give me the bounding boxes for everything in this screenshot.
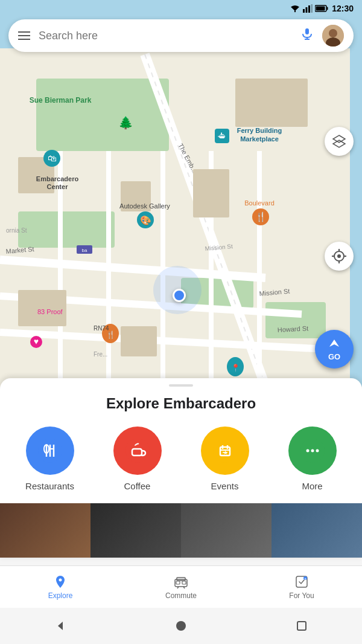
more-icon [300, 439, 325, 463]
category-grid: Restaurants Coffee [0, 427, 362, 491]
svg-marker-64 [333, 140, 345, 147]
svg-marker-71 [329, 340, 339, 347]
svg-marker-107 [58, 622, 63, 630]
thumbnail-1[interactable] [0, 503, 91, 558]
map-area[interactable]: Market St Mission St Howard St The Emb..… [0, 0, 362, 387]
go-label: GO [328, 352, 340, 361]
svg-point-96 [311, 449, 314, 452]
category-coffee[interactable]: Coffee [104, 427, 171, 491]
svg-rect-109 [297, 622, 306, 630]
svg-text:83 Proof: 83 Proof [37, 308, 63, 315]
svg-text:♥: ♥ [34, 336, 39, 346]
svg-rect-34 [235, 79, 308, 127]
thumbnails-row [0, 503, 362, 558]
svg-rect-100 [176, 581, 180, 584]
svg-point-0 [294, 11, 296, 12]
svg-text:Autodesk Gallery: Autodesk Gallery [119, 202, 170, 210]
events-circle: ★ [201, 427, 249, 475]
explore-nav-icon [53, 575, 68, 589]
svg-point-95 [306, 449, 309, 452]
home-icon [175, 620, 187, 632]
thumbnail-2[interactable] [91, 503, 181, 558]
status-icons [290, 4, 328, 13]
svg-point-84 [125, 439, 150, 463]
voice-search-button[interactable] [300, 27, 314, 44]
svg-rect-6 [327, 7, 328, 10]
microphone-icon [300, 27, 314, 40]
go-button[interactable]: GO [315, 330, 354, 369]
wifi-icon [290, 4, 300, 13]
events-icon: ★ [213, 439, 237, 463]
signal-icon [303, 4, 313, 13]
user-location-dot [173, 289, 186, 302]
svg-text:ba: ba [82, 248, 87, 253]
category-events[interactable]: ★ Events [192, 427, 258, 491]
svg-rect-4 [311, 4, 313, 13]
events-label: Events [211, 481, 239, 491]
category-restaurants[interactable]: Restaurants [17, 427, 83, 491]
sheet-handle [169, 384, 193, 387]
svg-text:🌲: 🌲 [118, 115, 133, 130]
bottom-sheet: Explore Embarcadero Restaurants [0, 378, 362, 558]
commute-nav-label: Commute [165, 591, 197, 600]
svg-point-76 [329, 29, 337, 37]
coffee-icon [125, 439, 150, 463]
my-location-button[interactable] [325, 242, 354, 271]
category-more[interactable]: More [279, 427, 346, 491]
svg-rect-13 [265, 302, 326, 338]
svg-rect-1 [303, 9, 305, 13]
layers-icon [331, 134, 347, 149]
svg-text:🎨: 🎨 [140, 215, 151, 226]
restaurants-icon [38, 439, 62, 463]
nav-commute[interactable]: Commute [121, 575, 241, 600]
home-button[interactable] [173, 617, 189, 634]
map-layers-button[interactable] [325, 127, 354, 156]
svg-rect-11 [18, 211, 115, 248]
navigation-arrow-icon [327, 338, 341, 352]
for-you-nav-label: For You [289, 591, 314, 600]
back-button[interactable] [52, 617, 69, 634]
search-bar[interactable] [8, 19, 354, 52]
svg-text:✦: ✦ [304, 577, 306, 581]
system-nav-bar [0, 608, 362, 644]
coffee-circle [113, 427, 162, 475]
nav-for-you[interactable]: ✦ For You [241, 575, 362, 600]
location-target-icon [331, 248, 347, 264]
svg-text:Fre...: Fre... [94, 351, 107, 358]
thumbnail-3[interactable] [181, 503, 272, 558]
recents-icon [296, 620, 308, 632]
explore-title: Explore Embarcadero [0, 395, 362, 412]
svg-rect-3 [308, 5, 310, 13]
coffee-label: Coffee [124, 481, 151, 491]
svg-text:📍: 📍 [231, 363, 240, 372]
user-avatar[interactable] [322, 25, 344, 47]
recents-button[interactable] [293, 617, 310, 634]
map-svg: Market St Mission St Howard St The Emb..… [0, 0, 362, 387]
svg-text:🍴: 🍴 [106, 330, 115, 339]
status-time: 12:30 [332, 4, 354, 13]
restaurants-label: Restaurants [25, 481, 74, 491]
svg-point-97 [316, 449, 319, 452]
for-you-nav-icon: ✦ [294, 575, 309, 589]
svg-rect-101 [182, 581, 186, 584]
svg-point-108 [176, 621, 186, 631]
svg-rect-2 [306, 7, 308, 13]
more-label: More [302, 481, 322, 491]
svg-point-66 [337, 254, 341, 258]
thumbnail-4[interactable] [272, 503, 362, 558]
search-input[interactable] [39, 30, 292, 42]
svg-text:Marketplace: Marketplace [240, 135, 279, 143]
nav-explore[interactable]: Explore [0, 575, 121, 600]
svg-marker-63 [333, 135, 345, 143]
svg-rect-10 [36, 79, 169, 151]
svg-rect-7 [316, 7, 325, 11]
svg-rect-33 [193, 169, 229, 217]
menu-button[interactable] [18, 31, 30, 40]
svg-text:🛍: 🛍 [48, 153, 57, 163]
svg-text:Sue Bierman Park: Sue Bierman Park [30, 96, 92, 105]
svg-text:Center: Center [47, 183, 69, 190]
svg-text:⛴: ⛴ [218, 131, 226, 141]
explore-nav-label: Explore [48, 591, 73, 600]
svg-text:🍴: 🍴 [255, 211, 267, 222]
more-circle [288, 427, 337, 475]
